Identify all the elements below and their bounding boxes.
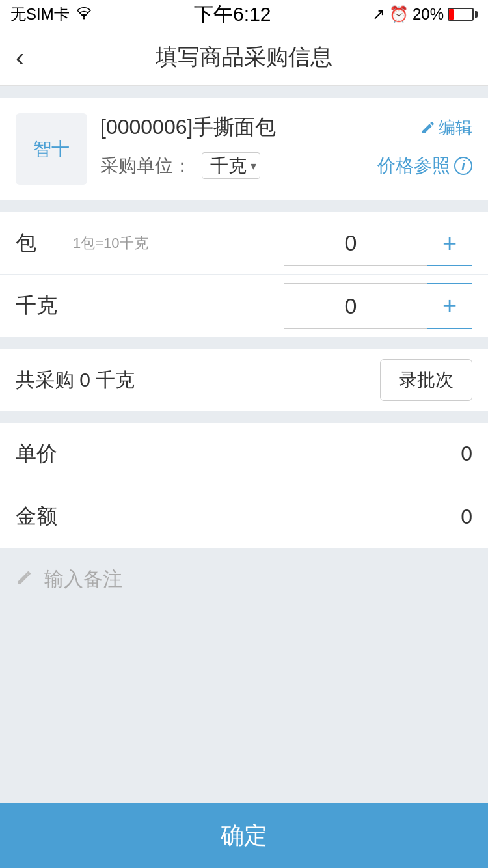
- amount-value: 0: [461, 505, 472, 529]
- content-area: [0, 611, 488, 813]
- separator-pricing: [0, 411, 488, 423]
- info-icon: i: [454, 157, 472, 175]
- summary-text: 共采购 0 千克: [16, 367, 135, 394]
- kg-row: 千克 +: [0, 275, 488, 337]
- unit-price-label: 单价: [16, 440, 57, 468]
- status-bar: 无SIM卡 下午6:12 ↗ ⏰ 20%: [0, 0, 488, 29]
- page-title: 填写商品采购信息: [156, 42, 332, 72]
- kg-plus-button[interactable]: +: [427, 283, 472, 329]
- unit-select[interactable]: 千克 包: [202, 152, 260, 179]
- product-logo-text: 智十: [33, 137, 70, 161]
- unit-select-wrapper[interactable]: 千克 包: [202, 152, 260, 179]
- price-ref-label: 价格参照: [377, 154, 450, 178]
- alarm-icon: ⏰: [389, 5, 409, 23]
- bag-label: 包: [16, 229, 68, 258]
- quantity-form-section: 包 1包=10千克 + 千克 +: [0, 212, 488, 337]
- pencil-icon: [16, 568, 34, 591]
- separator-top: [0, 86, 488, 98]
- status-left: 无SIM卡: [10, 4, 93, 25]
- note-section[interactable]: 输入备注: [0, 548, 488, 611]
- wifi-icon: [75, 5, 93, 23]
- product-name-row: [0000006]手撕面包 编辑: [100, 113, 472, 142]
- product-full-name: [0000006]手撕面包: [100, 113, 276, 142]
- product-card: 智十 [0000006]手撕面包 编辑 采购单位： 千克 包 价格参照 i: [0, 98, 488, 200]
- status-right: ↗ ⏰ 20%: [372, 5, 478, 23]
- product-image: 智十: [16, 113, 87, 185]
- bag-row: 包 1包=10千克 +: [0, 212, 488, 275]
- product-unit-row: 采购单位： 千克 包 价格参照 i: [100, 152, 472, 179]
- kg-label: 千克: [16, 292, 68, 320]
- bag-plus-button[interactable]: +: [427, 221, 472, 266]
- note-placeholder: 输入备注: [44, 566, 122, 593]
- summary-section: 共采购 0 千克 录批次: [0, 349, 488, 411]
- battery-indicator: [448, 8, 478, 21]
- battery-percent: 20%: [413, 5, 444, 23]
- unit-price-value: 0: [461, 442, 472, 466]
- unit-price-row: 单价 0: [0, 423, 488, 485]
- carrier-label: 无SIM卡: [10, 4, 70, 25]
- summary-amount: 0: [79, 369, 90, 390]
- edit-button[interactable]: 编辑: [420, 116, 472, 139]
- kg-input[interactable]: [284, 283, 427, 329]
- product-info: [0000006]手撕面包 编辑 采购单位： 千克 包 价格参照 i: [100, 113, 472, 179]
- bag-sub-label: 1包=10千克: [73, 234, 148, 253]
- confirm-button[interactable]: 确定: [0, 803, 488, 868]
- status-time: 下午6:12: [194, 1, 271, 28]
- summary-row: 共采购 0 千克 录批次: [0, 349, 488, 411]
- separator-summary: [0, 337, 488, 349]
- summary-unit: 千克: [96, 369, 135, 390]
- kg-input-group: +: [284, 283, 472, 329]
- record-batch-button[interactable]: 录批次: [380, 359, 472, 401]
- price-ref-button[interactable]: 价格参照 i: [377, 154, 472, 178]
- pricing-section: 单价 0 金额 0: [0, 423, 488, 548]
- separator-mid: [0, 200, 488, 212]
- location-icon: ↗: [372, 5, 385, 23]
- back-button[interactable]: ‹: [16, 44, 24, 70]
- nav-bar: ‹ 填写商品采购信息: [0, 29, 488, 86]
- amount-label: 金额: [16, 502, 57, 531]
- bag-input-group: +: [284, 221, 472, 266]
- summary-prefix: 共采购: [16, 369, 74, 390]
- svg-point-0: [83, 18, 85, 20]
- bag-input[interactable]: [284, 221, 427, 266]
- unit-label: 采购单位：: [100, 154, 191, 178]
- amount-row: 金额 0: [0, 485, 488, 548]
